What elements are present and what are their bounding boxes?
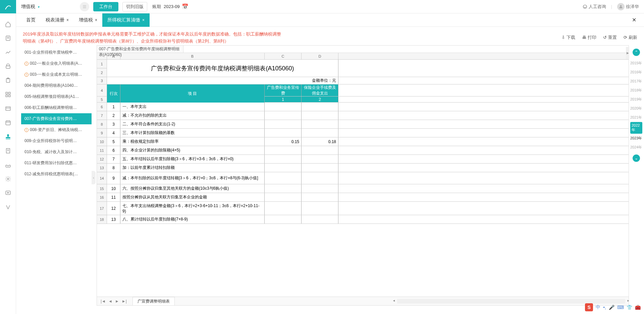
cell-c[interactable] (265, 184, 302, 193)
sheet-nav-next[interactable]: ► (114, 299, 120, 304)
cell-d[interactable] (302, 129, 338, 137)
ime-indicator[interactable]: S (585, 303, 593, 311)
cell-d[interactable] (302, 172, 338, 184)
grid-body[interactable]: 12 广告费和业务宣传费跨年度纳税调整明细表(A105060) 3 金额单位：元… (97, 60, 629, 297)
download-button[interactable]: ⇩ 下载 (561, 31, 575, 45)
workspace-button[interactable]: 工作台 (93, 2, 118, 11)
sheet-tab[interactable]: 广宣费调整明细表 (132, 297, 175, 306)
expand-handle[interactable]: ▶ (626, 47, 629, 59)
cell-seq[interactable]: 4 (107, 129, 120, 137)
cell-seq[interactable]: 5 (107, 137, 120, 146)
report-item-3[interactable]: 004-期间费用明细表(A1040… (21, 80, 92, 91)
cell-c[interactable] (265, 111, 302, 120)
bag-icon[interactable] (4, 62, 12, 70)
period-value[interactable]: 2023-09 (164, 4, 180, 9)
cell-seq[interactable]: 3 (107, 120, 120, 128)
refresh-button[interactable]: ⟳ 刷新 (624, 31, 637, 45)
year-2018年[interactable]: 2018年 (630, 86, 642, 95)
doc-icon[interactable] (4, 34, 12, 42)
cell-c[interactable] (265, 202, 302, 215)
row-header[interactable]: 16 (97, 193, 107, 201)
select-all-corner[interactable] (97, 53, 107, 59)
cell-item[interactable]: 八、累计结转以后年度扣除额(7+8-9) (120, 215, 265, 224)
cell-d[interactable]: 0.18 (302, 137, 338, 146)
row-header[interactable]: 7 (97, 111, 107, 120)
cell-item[interactable]: 一、本年支出 (120, 103, 265, 111)
row-header[interactable]: 17 (97, 202, 107, 215)
report-item-0[interactable]: 001-企业所得税年度纳税申… (21, 47, 92, 58)
cell-c[interactable] (265, 129, 302, 137)
cell-seq[interactable]: 13 (107, 215, 120, 224)
play-icon[interactable] (4, 189, 12, 197)
chart-icon[interactable] (4, 48, 12, 56)
col-header-c[interactable]: C (265, 53, 302, 59)
cell-d[interactable] (302, 120, 338, 128)
report-item-7[interactable]: !008-资产折旧、摊销及纳税… (21, 124, 92, 135)
cell-c[interactable]: 0.15 (265, 137, 302, 146)
clipboard-icon[interactable] (4, 76, 12, 84)
close-icon[interactable]: × (66, 18, 69, 22)
report-item-6[interactable]: 007-广告费和业务宣传费跨… (21, 113, 92, 124)
year-2016年[interactable]: 2016年 (630, 68, 642, 77)
table-icon[interactable] (4, 105, 12, 113)
year-2023年[interactable]: 2023年 (630, 134, 642, 143)
tab-3[interactable]: 所得税汇算清缴× (102, 13, 150, 27)
col-header-a[interactable]: A (107, 53, 120, 59)
cell-seq[interactable]: 7 (107, 155, 120, 163)
sheet-nav-prev[interactable]: ◄ (107, 299, 113, 304)
cell-item[interactable]: 三、本年计算扣除限额的基数 (120, 129, 265, 137)
stamp-icon[interactable] (4, 133, 12, 141)
cell-seq[interactable]: 1 (107, 103, 120, 111)
cell-item[interactable]: 减：本年扣除的以前年度结转额[3＞6，本行=0；3≤6，本行=8与(6-3)孰小… (120, 172, 265, 184)
row-header[interactable]: 5 (97, 97, 107, 102)
year-2021年[interactable]: 2021年 (630, 113, 642, 122)
row-header[interactable]: 13 (97, 164, 107, 172)
year-2022年[interactable]: 2022年 (630, 122, 642, 134)
collapse-handle[interactable]: ‹ (92, 171, 96, 184)
row-header[interactable]: 14 (97, 172, 107, 184)
user-menu[interactable]: 徐泽华 (617, 3, 639, 10)
formula-input[interactable] (183, 46, 629, 53)
logo[interactable] (0, 0, 16, 13)
close-all-tabs-icon[interactable]: ✕ (629, 15, 639, 24)
cell-item[interactable]: 加：以前年度累计结转扣除额 (120, 164, 265, 172)
ime-keyboard-icon[interactable]: ⌨ (617, 305, 624, 310)
col-header-d[interactable]: D (302, 53, 338, 59)
cell-d[interactable] (302, 215, 338, 224)
cell-seq[interactable]: 8 (107, 164, 120, 172)
cell-c[interactable] (265, 193, 302, 201)
cell-c[interactable] (265, 172, 302, 184)
inbox-icon[interactable] (4, 161, 12, 169)
year-2017年[interactable]: 2017年 (630, 77, 642, 86)
ime-toolbox-icon[interactable]: 🧰 (635, 305, 641, 310)
cell-item[interactable]: 五、本年结转以后年度扣除额(3＞6，本行=3-6；3≤6，本行=0) (120, 155, 265, 163)
row-header[interactable]: 6 (97, 103, 107, 111)
row-header[interactable]: 11 (97, 146, 107, 154)
row-header[interactable]: 12 (97, 155, 107, 163)
ime-skin-icon[interactable]: 👕 (627, 305, 632, 310)
print-button[interactable]: 🖶 打印 (582, 31, 596, 45)
cell-d[interactable] (302, 202, 338, 215)
year-up-button[interactable]: ⌃ (633, 49, 640, 56)
row-header[interactable]: 4 (97, 84, 107, 96)
cell-c[interactable] (265, 146, 302, 154)
row-header[interactable]: 10 (97, 137, 107, 146)
home-icon[interactable] (4, 20, 12, 28)
row-header[interactable]: 3 (97, 77, 107, 84)
cell-item[interactable]: 二、本年符合条件的支出(1-2) (120, 120, 265, 128)
settings-icon[interactable] (4, 175, 12, 183)
reset-button[interactable]: ↺ 重置 (603, 31, 617, 45)
calendar-picker-icon[interactable]: 📅 (182, 3, 189, 10)
report-item-5[interactable]: 006-职工薪酬纳税调整明细… (21, 102, 92, 113)
report-item-4[interactable]: 005-纳税调整项目明细表(A1… (21, 91, 92, 102)
cell-d[interactable] (302, 164, 338, 172)
row-header[interactable]: 18 (97, 215, 107, 224)
grid-icon[interactable] (4, 90, 12, 99)
cell-item[interactable]: 六、按照分摊协议归集至其他关联方的金额(10≤3与6孰小值) (120, 184, 265, 193)
cell-d[interactable] (302, 184, 338, 193)
receipt-icon[interactable] (4, 147, 12, 155)
cell-item[interactable]: 七、本年支出纳税调整金额(3＞6，本行=2+3-6+10-11；3≤6，本行=2… (120, 202, 265, 215)
menu-icon[interactable] (80, 2, 89, 11)
year-2019年[interactable]: 2019年 (630, 95, 642, 104)
cell-seq[interactable]: 9 (107, 172, 120, 184)
